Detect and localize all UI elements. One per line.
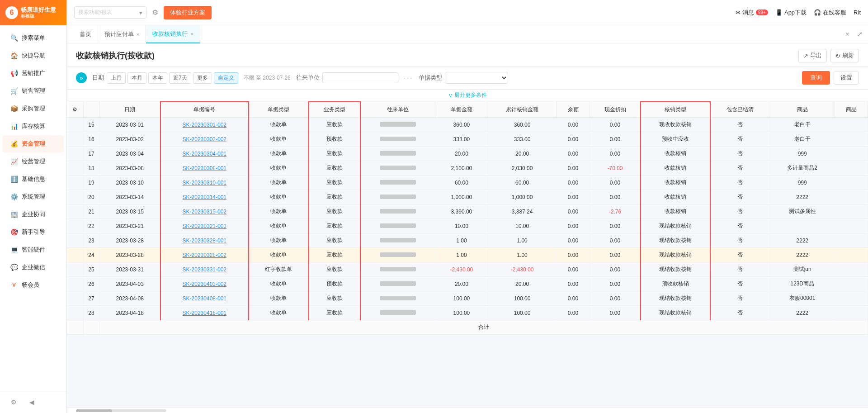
table-cell: 0.00 [557, 118, 590, 132]
doc-no-link[interactable]: SK-20230328-001 [183, 237, 226, 244]
filter-expand-row: ∨ 展开更多条件 [67, 90, 868, 101]
date-this-month-btn[interactable]: 本月 [127, 72, 146, 84]
table-cell[interactable]: SK-20230403-002 [160, 277, 249, 291]
voucher-type-select[interactable] [445, 72, 508, 84]
sidebar-item-search[interactable]: 🔍 搜索菜单 [3, 29, 64, 47]
tab-payable[interactable]: 预计应付单 × [98, 25, 146, 43]
solution-button[interactable]: 体验行业方案 [164, 6, 212, 19]
sidebar-item-basicinfo[interactable]: ℹ️ 基础信息 [3, 171, 64, 188]
table-cell: 收款单 [249, 233, 309, 248]
sidebar-item-corp[interactable]: 🏢 企业协同 [3, 206, 64, 223]
sidebar-item-inventory[interactable]: 📊 库存核算 [3, 118, 64, 135]
table-cell: 2023-04-03 [99, 277, 160, 291]
doc-no-link[interactable]: SK-20230328-002 [183, 252, 226, 258]
basicinfo-icon: ℹ️ [10, 175, 18, 183]
sidebar-settings-btn[interactable]: ⚙ [7, 396, 20, 408]
table-cell: 多计量商品2 [770, 161, 835, 176]
topbar-gear-icon[interactable]: ⚙ [152, 8, 158, 17]
online-service-btn[interactable]: 🎧 在线客服 [814, 9, 846, 17]
sidebar-label-hardware: 智能硬件 [22, 246, 45, 254]
table-cell: 应收款 [309, 190, 360, 204]
filter-collapse-btn[interactable]: » [76, 72, 87, 83]
tab-collection-exec[interactable]: 收款核销执行 × [146, 25, 200, 43]
table-scrollbar[interactable] [67, 408, 868, 413]
table-cell[interactable]: SK-20230328-002 [160, 248, 249, 262]
table-row: 202023-03-14SK-20230314-001收款单应收款1,000.0… [67, 190, 868, 204]
sidebar-item-marketing[interactable]: 📢 营销推广 [3, 65, 64, 82]
sidebar-item-newbie[interactable]: 🎯 新手引导 [3, 223, 64, 241]
filter-date-group: 日期 上月 本月 本年 近7天 更多 自定义 [92, 72, 238, 84]
table-cell[interactable]: SK-20230310-001 [160, 176, 249, 190]
table-cell [67, 291, 83, 306]
export-button[interactable]: ↗ 导出 [798, 49, 827, 62]
tab-window-expand-btn[interactable]: ⤢ [855, 28, 864, 40]
date-7days-btn[interactable]: 近7天 [169, 72, 191, 84]
doc-no-link[interactable]: SK-20230301-002 [183, 122, 226, 128]
doc-no-link[interactable]: SK-20230314-001 [183, 194, 226, 200]
doc-no-link[interactable]: SK-20230304-001 [183, 151, 226, 157]
tab-window-close-btn[interactable]: × [844, 28, 851, 40]
user-avatar[interactable]: Rit [854, 9, 861, 16]
partner-input[interactable] [322, 72, 398, 83]
table-cell[interactable]: SK-20230314-001 [160, 190, 249, 204]
table-cell: 老白干 [770, 132, 835, 147]
date-custom-btn[interactable]: 自定义 [214, 72, 238, 84]
doc-no-link[interactable]: SK-20230321-003 [183, 223, 226, 229]
sidebar-label-sales: 销售管理 [22, 87, 45, 95]
tab-collection-close[interactable]: × [190, 31, 193, 37]
table-cell [360, 248, 435, 262]
tab-home[interactable]: 首页 [71, 25, 98, 43]
table-cell: 现结收款核销 [641, 219, 710, 233]
sidebar-item-business[interactable]: 📈 经营管理 [3, 153, 64, 170]
logo-title: 畅康道好生意 [21, 6, 56, 14]
doc-no-link[interactable]: SK-20230310-001 [183, 180, 226, 186]
tab-payable-close[interactable]: × [137, 32, 139, 37]
filter-settings-button[interactable]: 设置 [834, 71, 859, 85]
date-last-month-btn[interactable]: 上月 [107, 72, 126, 84]
doc-no-link[interactable]: SK-20230308-001 [183, 165, 226, 171]
table-cell[interactable]: SK-20230331-002 [160, 262, 249, 277]
table-cell[interactable]: SK-20230321-003 [160, 219, 249, 233]
table-cell [67, 277, 83, 291]
doc-no-link[interactable]: SK-20230331-002 [183, 266, 226, 273]
sidebar-item-member[interactable]: V 畅会员 [3, 276, 64, 294]
sidebar-item-purchase[interactable]: 📦 采购管理 [3, 100, 64, 117]
sidebar-label-purchase: 采购管理 [22, 104, 45, 113]
table-cell[interactable]: SK-20230302-002 [160, 132, 249, 147]
sidebar-collapse-btn[interactable]: ◀ [25, 396, 38, 408]
topbar-function-select[interactable]: 搜索功能/报表 ▾ [74, 6, 146, 19]
doc-no-link[interactable]: SK-20230302-002 [183, 136, 226, 142]
doc-no-link[interactable]: SK-20230418-001 [183, 310, 226, 316]
sidebar-item-sales[interactable]: 🛒 销售管理 [3, 82, 64, 100]
app-download-btn[interactable]: 📱 App下载 [775, 9, 807, 17]
doc-no-link[interactable]: SK-20230403-002 [183, 281, 226, 287]
doc-no-link[interactable]: SK-20230315-002 [183, 209, 226, 215]
doc-no-link[interactable]: SK-20230408-001 [183, 295, 226, 302]
col-header-gear[interactable]: ⚙ [67, 102, 83, 118]
sidebar-item-quicknav[interactable]: 🏠 快捷导航 [3, 47, 64, 64]
table-cell[interactable]: SK-20230408-001 [160, 291, 249, 306]
col-header-product2: 商品 [835, 102, 868, 118]
sidebar-item-wechat[interactable]: 💬 企业微信 [3, 259, 64, 276]
sidebar-item-system[interactable]: ⚙️ 系统管理 [3, 188, 64, 205]
scrollbar-thumb[interactable] [76, 409, 112, 412]
date-this-year-btn[interactable]: 本年 [148, 72, 167, 84]
expand-more-btn[interactable]: ∨ 展开更多条件 [448, 91, 487, 99]
sidebar-item-hardware[interactable]: 💻 智能硬件 [3, 241, 64, 258]
query-button[interactable]: 查询 [802, 71, 830, 85]
table-settings-gear-icon[interactable]: ⚙ [72, 106, 77, 113]
date-more-btn[interactable]: 更多 [193, 72, 212, 84]
table-cell[interactable]: SK-20230328-001 [160, 233, 249, 248]
table-cell[interactable]: SK-20230308-001 [160, 161, 249, 176]
table-cell: 否 [710, 132, 770, 147]
table-cell[interactable]: SK-20230304-001 [160, 147, 249, 161]
table-cell[interactable]: SK-20230301-002 [160, 118, 249, 132]
table-cell: 收款单 [249, 132, 309, 147]
table-cell[interactable]: SK-20230315-002 [160, 204, 249, 219]
sidebar-item-finance[interactable]: 💰 资金管理 [3, 135, 64, 152]
table-cell [360, 147, 435, 161]
table-cell[interactable]: SK-20230418-001 [160, 306, 249, 320]
refresh-button[interactable]: ↻ 刷新 [830, 49, 859, 62]
message-btn[interactable]: ✉ 消息 99+ [736, 9, 768, 17]
table-cell: 2023-04-08 [99, 291, 160, 306]
